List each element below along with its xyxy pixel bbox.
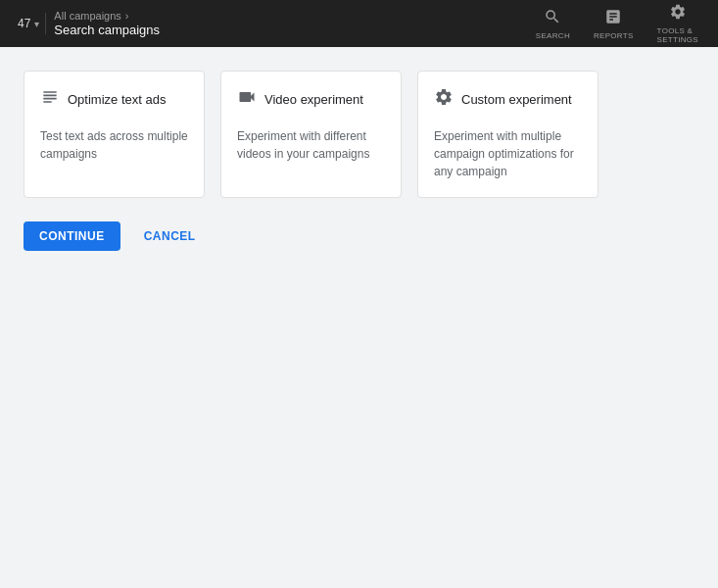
card-header-1: Optimize text ads (40, 87, 188, 112)
video-experiment-card[interactable]: Video experiment Experiment with differe… (220, 71, 402, 198)
breadcrumb-link[interactable]: All campaigns (54, 10, 120, 22)
tools-nav-button[interactable]: TOOLS &SETTINGS (649, 0, 706, 48)
content-area: Optimize text ads Test text ads across m… (0, 47, 718, 251)
search-icon (544, 8, 561, 29)
top-nav: 47 ▾ All campaigns › Search campaigns SE… (0, 0, 718, 47)
reports-label: REPORTS (594, 31, 634, 40)
chevron-down-icon: ▾ (34, 19, 39, 29)
card-desc-1: Test text ads across multiple campaigns (40, 127, 188, 163)
optimize-text-ads-card[interactable]: Optimize text ads Test text ads across m… (24, 71, 205, 198)
tools-label: TOOLS &SETTINGS (657, 26, 698, 44)
reports-icon (604, 8, 622, 29)
experiment-cards-row: Optimize text ads Test text ads across m… (24, 71, 694, 198)
text-ads-icon (40, 87, 60, 112)
cancel-button[interactable]: CANCEL (132, 221, 208, 251)
continue-button[interactable]: CONTINUE (24, 221, 120, 251)
account-number: 47 (18, 17, 30, 30)
breadcrumb-arrow: › (125, 10, 129, 22)
nav-title-area: All campaigns › Search campaigns (54, 10, 160, 37)
card-title-3: Custom experiment (461, 92, 572, 107)
card-desc-2: Experiment with different videos in your… (237, 127, 385, 163)
page-title: Search campaigns (54, 23, 160, 37)
reports-nav-button[interactable]: REPORTS (586, 4, 642, 44)
card-title-2: Video experiment (264, 92, 363, 107)
action-buttons-row: CONTINUE CANCEL (24, 221, 694, 251)
card-desc-3: Experiment with multiple campaign optimi… (434, 127, 582, 180)
search-nav-button[interactable]: SEARCH (528, 4, 578, 44)
card-title-1: Optimize text ads (68, 92, 166, 107)
search-label: SEARCH (536, 31, 570, 40)
card-header-2: Video experiment (237, 87, 385, 112)
video-icon (237, 87, 257, 112)
card-header-3: Custom experiment (434, 87, 582, 112)
custom-experiment-card[interactable]: Custom experiment Experiment with multip… (417, 71, 598, 198)
tools-icon (669, 3, 687, 24)
nav-actions: SEARCH REPORTS TOOLS &SETTINGS (528, 0, 706, 48)
gear-icon (434, 87, 454, 112)
breadcrumb: All campaigns › (54, 10, 160, 22)
account-selector[interactable]: 47 ▾ (12, 13, 46, 34)
